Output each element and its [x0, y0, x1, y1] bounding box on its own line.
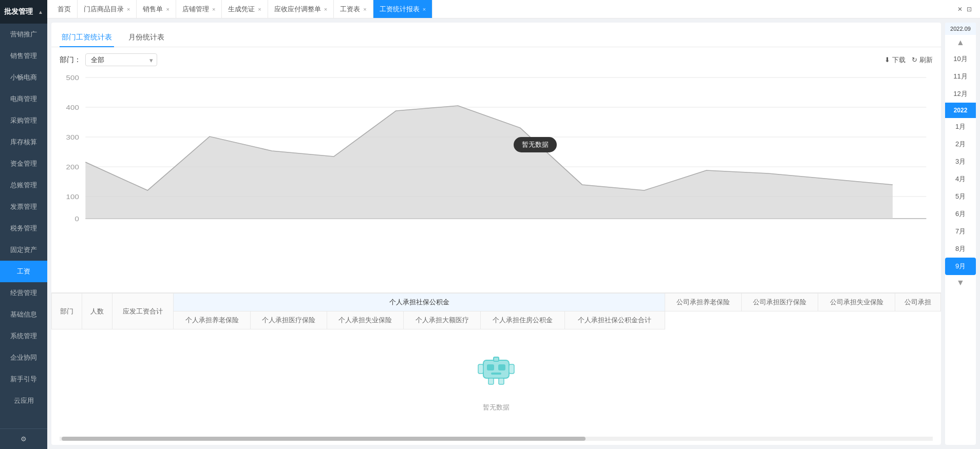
svg-rect-15: [491, 373, 501, 375]
empty-robot-icon: [72, 350, 920, 399]
svg-rect-13: [487, 364, 494, 370]
svg-text:200: 200: [66, 164, 80, 170]
sidebar-title: 批发管理: [4, 7, 33, 16]
table-area: 部门 人数 应发工资合计 个人承担社保公积金 公司承担养老保险 公司承担医疗保险…: [51, 292, 941, 433]
sidebar-item-enterprise[interactable]: 企业协同: [0, 347, 47, 368]
sidebar-header[interactable]: 批发管理 ▲: [0, 0, 47, 24]
date-nav-down[interactable]: ▼: [945, 275, 976, 290]
sub-tab-dept-stats[interactable]: 部门工资统计表: [60, 29, 114, 47]
date-year-label: 2022: [945, 103, 976, 118]
table-header-count: 人数: [82, 294, 112, 329]
toolbar-left: 部门： 全部销售部财务部技术部行政部: [60, 53, 157, 66]
restore-button[interactable]: ⊡: [967, 6, 972, 13]
dept-select-wrapper[interactable]: 全部销售部财务部技术部行政部: [85, 53, 157, 66]
tab-label-receivable: 应收应付调整单: [274, 5, 321, 14]
table-header-personal-housing: 个人承担住房公积金: [480, 311, 564, 329]
sidebar-item-salary[interactable]: 工资: [0, 261, 47, 282]
sidebar-item-marketing[interactable]: 营销推广: [0, 24, 47, 45]
sidebar-item-invoice[interactable]: 发票管理: [0, 196, 47, 218]
date-item-9月[interactable]: 9月: [945, 258, 976, 275]
date-item-4月[interactable]: 4月: [945, 170, 976, 188]
tab-close-payroll[interactable]: ×: [363, 6, 366, 12]
tab-production-cert[interactable]: 生成凭证×: [222, 0, 268, 18]
table-header-company-medical: 公司承担医疗保险: [742, 294, 818, 311]
sidebar-item-sales[interactable]: 销售管理: [0, 45, 47, 67]
svg-text:100: 100: [66, 193, 80, 200]
download-icon: ⬇: [884, 56, 890, 64]
date-item-2月[interactable]: 2月: [945, 135, 976, 153]
table-header-dept: 部门: [52, 294, 82, 329]
svg-text:300: 300: [66, 134, 80, 141]
svg-text:400: 400: [66, 104, 80, 111]
table-header-personal-group: 个人承担社保公积金: [174, 294, 665, 311]
download-button[interactable]: ⬇ 下载: [884, 55, 906, 65]
tab-close-store-catalog[interactable]: ×: [127, 6, 130, 12]
tab-close-production-cert[interactable]: ×: [258, 6, 261, 12]
dept-select[interactable]: 全部销售部财务部技术部行政部: [85, 53, 157, 66]
empty-label: 暂无数据: [72, 403, 920, 412]
chart-svg: 500 400 300 200 100 0: [60, 72, 933, 226]
table-header-company-more: 公司承担: [895, 294, 940, 311]
refresh-button[interactable]: ↻ 刷新: [912, 55, 933, 65]
sidebar-item-system[interactable]: 系统管理: [0, 325, 47, 347]
sidebar-item-cloud[interactable]: 云应用: [0, 390, 47, 412]
tab-close-payroll-report[interactable]: ×: [423, 6, 426, 12]
date-item-3月[interactable]: 3月: [945, 153, 976, 170]
sidebar-item-finance[interactable]: 资金管理: [0, 153, 47, 174]
chart-area-fill: [85, 106, 893, 219]
tab-close-store-management[interactable]: ×: [212, 6, 215, 12]
date-item-1月[interactable]: 1月: [945, 118, 976, 135]
sidebar-item-assets[interactable]: 固定资产: [0, 239, 47, 261]
sidebar-item-basics[interactable]: 基础信息: [0, 304, 47, 325]
sub-tabs: 部门工资统计表月份统计表: [51, 23, 941, 47]
close-all-button[interactable]: ✕: [957, 6, 963, 13]
sidebar-item-inventory[interactable]: 库存核算: [0, 131, 47, 153]
no-data-tooltip: 暂无数据: [514, 137, 557, 152]
chart-container: 500 400 300 200 100 0: [60, 72, 933, 226]
sidebar-item-ecommerce[interactable]: 电商管理: [0, 88, 47, 110]
tab-sales-order[interactable]: 销售单×: [137, 0, 176, 18]
date-item-10月[interactable]: 10月: [945, 50, 976, 68]
scrollbar-thumb[interactable]: [62, 437, 586, 441]
sidebar-item-tax[interactable]: 税务管理: [0, 218, 47, 239]
scrollbar-track[interactable]: [60, 437, 933, 441]
svg-rect-18: [509, 364, 514, 374]
tab-close-sales-order[interactable]: ×: [166, 6, 169, 12]
sidebar-settings[interactable]: ⚙: [0, 428, 47, 449]
tab-payroll[interactable]: 工资表×: [334, 0, 373, 18]
date-item-6月[interactable]: 6月: [945, 205, 976, 223]
table-header-company-unemployment: 公司承担失业保险: [818, 294, 895, 311]
tab-home[interactable]: 首页: [51, 0, 78, 18]
table-header-personal-total: 个人承担社保公积金合计: [565, 311, 665, 329]
sidebar-item-ledger[interactable]: 总账管理: [0, 174, 47, 196]
sidebar-item-guide[interactable]: 新手引导: [0, 368, 47, 390]
toolbar-right: ⬇ 下载 ↻ 刷新: [884, 55, 933, 65]
table-header-personal-major-medical: 个人承担大额医疗: [404, 311, 480, 329]
tab-store-management[interactable]: 店铺管理×: [176, 0, 222, 18]
tab-label-payroll-report: 工资统计报表: [380, 5, 420, 14]
svg-text:500: 500: [66, 74, 80, 81]
sub-tab-monthly-stats[interactable]: 月份统计表: [126, 29, 166, 47]
date-item-7月[interactable]: 7月: [945, 223, 976, 240]
svg-text:0: 0: [74, 216, 79, 222]
date-nav-up[interactable]: ▲: [945, 35, 976, 50]
sidebar-item-mini-store[interactable]: 小畅电商: [0, 67, 47, 88]
date-item-12月[interactable]: 12月: [945, 85, 976, 103]
date-item-5月[interactable]: 5月: [945, 188, 976, 205]
scrollbar-area: [51, 433, 941, 445]
tab-store-catalog[interactable]: 门店商品目录×: [78, 0, 137, 18]
sidebar-toggle-icon[interactable]: ▲: [38, 9, 43, 15]
date-item-8月[interactable]: 8月: [945, 240, 976, 258]
tab-label-home: 首页: [58, 5, 71, 14]
tab-close-receivable[interactable]: ×: [324, 6, 327, 12]
date-item-11月[interactable]: 11月: [945, 68, 976, 85]
table-header-company-pension: 公司承担养老保险: [665, 294, 741, 311]
sidebar-item-operations[interactable]: 经营管理: [0, 282, 47, 304]
tab-label-sales-order: 销售单: [143, 5, 163, 14]
tabs-container: 首页门店商品目录×销售单×店铺管理×生成凭证×应收应付调整单×工资表×工资统计报…: [51, 0, 953, 18]
tab-payroll-report[interactable]: 工资统计报表×: [373, 0, 432, 18]
tab-bar: 首页门店商品目录×销售单×店铺管理×生成凭证×应收应付调整单×工资表×工资统计报…: [47, 0, 980, 18]
tab-receivable[interactable]: 应收应付调整单×: [268, 0, 334, 18]
sidebar-items: 营销推广销售管理小畅电商电商管理采购管理库存核算资金管理总账管理发票管理税务管理…: [0, 24, 47, 412]
sidebar-item-purchase[interactable]: 采购管理: [0, 110, 47, 131]
